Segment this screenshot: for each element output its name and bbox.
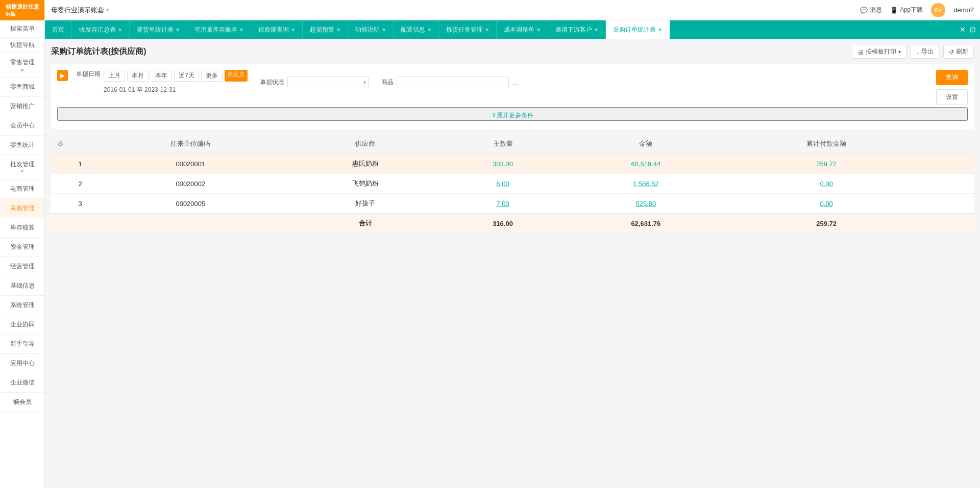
- tab-close-icon[interactable]: ✕: [485, 27, 489, 33]
- row-supplier: 飞鹤奶粉: [291, 174, 440, 194]
- date-btn-last-month[interactable]: 上月: [104, 70, 125, 82]
- settings-button[interactable]: 设置: [936, 89, 968, 105]
- row-qty[interactable]: 7.00: [440, 194, 565, 214]
- date-btn-this-month[interactable]: 本月: [127, 70, 149, 82]
- username-label[interactable]: demo2: [953, 6, 974, 14]
- sidebar-item-enterprise[interactable]: 企业协同: [0, 315, 44, 335]
- row-checkbox-cell: [51, 174, 70, 194]
- sidebar-item-member2[interactable]: 畅会员: [0, 393, 44, 412]
- tab-close-icon[interactable]: ✕: [658, 27, 662, 33]
- goods-more-icon[interactable]: …: [512, 79, 519, 86]
- row-paid[interactable]: 259.72: [726, 154, 927, 174]
- tab-overstock-alert[interactable]: 超储预警 ✕: [303, 20, 348, 39]
- status-select[interactable]: [287, 76, 369, 88]
- message-label: 消息: [870, 6, 882, 14]
- sidebar-search[interactable]: 搜索英单: [0, 20, 44, 38]
- filter-main: ▶ 单据日期 上月 本月 本年 近7天: [57, 70, 968, 105]
- message-button[interactable]: 💬 消息: [860, 6, 882, 14]
- status-label: 单据状态: [260, 78, 284, 87]
- tab-close-icon[interactable]: ✕: [176, 27, 180, 33]
- sidebar-item-ecommerce[interactable]: 电商管理: [0, 179, 44, 199]
- sidebar-item-weixin[interactable]: 企业微信: [0, 373, 44, 393]
- column-header-amount: 金额: [566, 134, 726, 154]
- sidebar-item-basic-info[interactable]: 基础信息: [0, 276, 44, 296]
- custom-date-badge[interactable]: 自定义: [225, 70, 248, 82]
- refresh-button[interactable]: ↺ 刷新: [943, 45, 974, 59]
- column-header-code: 往来单位编码: [90, 134, 291, 154]
- date-btn-this-year[interactable]: 本年: [151, 70, 172, 82]
- sidebar-item-guide[interactable]: 新手引导: [0, 335, 44, 354]
- filter-row1: 单据日期 上月 本月 本年 近7天 更多 自定义: [76, 70, 928, 94]
- sidebar-item-retail-mall[interactable]: 零售商城: [0, 78, 44, 97]
- tab-pick-task[interactable]: 拣货任务管理 ✕: [439, 20, 497, 39]
- tab-receive-summary[interactable]: 收发存汇总表 ✕: [72, 20, 130, 39]
- tab-close-icon[interactable]: ✕: [336, 27, 340, 33]
- app-download-button[interactable]: 📱 App下载: [890, 6, 923, 14]
- row-amount[interactable]: 525.80: [566, 194, 726, 214]
- data-table: ⚙ 往来单位编码 供应商 主数量 金额 累计付款金额 1: [51, 134, 974, 233]
- column-header-settings: ⚙: [51, 134, 70, 154]
- tab-requisition-stats[interactable]: 要货单统计表 ✕: [130, 20, 187, 39]
- tab-close-icon[interactable]: ✕: [594, 27, 598, 33]
- tab-invite-downstream[interactable]: 邀请下游客户 ✕: [548, 20, 606, 39]
- sidebar-item-finance[interactable]: 资金管理: [0, 238, 44, 257]
- page-actions: 🖨 按模板打印 ▾ ↓ 导出 ↺ 刷新: [852, 45, 974, 59]
- main-area: 母婴行业演示账套 ▾ 💬 消息 📱 App下载 Ea demo2 首页 收发存汇…: [45, 0, 980, 488]
- tab-function-desc[interactable]: 功能说明 ✕: [348, 20, 394, 39]
- tab-inventory-book[interactable]: 可用量库存账本 ✕: [187, 20, 251, 39]
- query-button[interactable]: 查询: [936, 70, 968, 85]
- tab-close-icon[interactable]: ✕: [291, 27, 295, 33]
- tab-close-icon[interactable]: ✕: [239, 27, 243, 33]
- footer-amount: 62,631.76: [566, 214, 726, 234]
- row-supplier: 惠氏奶粉: [291, 154, 440, 174]
- tab-close-icon[interactable]: ✕: [118, 27, 122, 33]
- filter-controls: 单据日期 上月 本月 本年 近7天 更多 自定义: [76, 70, 928, 94]
- tab-close-icon[interactable]: ✕: [382, 27, 386, 33]
- date-label: 单据日期: [76, 70, 101, 79]
- row-qty[interactable]: 303.00: [440, 154, 565, 174]
- tab-close-icon[interactable]: ✕: [427, 27, 431, 33]
- account-dropdown[interactable]: 母婴行业演示账套 ▾: [51, 6, 109, 15]
- phone-icon: 📱: [890, 7, 898, 14]
- sidebar-item-purchase[interactable]: 采购管理: [0, 199, 44, 218]
- tab-bar: 首页 收发存汇总表 ✕ 要货单统计表 ✕ 可用量库存账本 ✕ 保质期查询 ✕ 超…: [45, 20, 980, 39]
- filter-toggle-button[interactable]: ▶: [57, 70, 68, 81]
- expand-arrow-icon: ⊽: [492, 113, 496, 118]
- tab-expiry-query[interactable]: 保质期查询 ✕: [251, 20, 303, 39]
- column-header-extra: [927, 134, 974, 154]
- expand-filters-button[interactable]: ⊽ 展开更多条件: [57, 107, 968, 121]
- row-qty[interactable]: 6.00: [440, 174, 565, 194]
- goods-input[interactable]: [397, 76, 509, 88]
- sidebar-item-retail-stats[interactable]: 零售统计: [0, 136, 44, 155]
- tab-cost-adjust[interactable]: 成本调整单 ✕: [497, 20, 548, 39]
- tab-close-icon[interactable]: ✕: [536, 27, 541, 33]
- sidebar-item-system[interactable]: 系统管理: [0, 296, 44, 315]
- sidebar-item-member[interactable]: 会员中心: [0, 116, 44, 136]
- sidebar-item-app-center[interactable]: 应用中心: [0, 354, 44, 373]
- avatar[interactable]: Ea: [931, 3, 945, 17]
- row-amount[interactable]: 60,519.44: [566, 154, 726, 174]
- dropdown-arrow-icon: ▾: [106, 7, 109, 13]
- table-settings-icon[interactable]: ⚙: [57, 140, 64, 148]
- print-button[interactable]: 🖨 按模板打印 ▾: [852, 45, 906, 59]
- table-row: 2 00020002 飞鹤奶粉 6.00 1,586.52 0.00: [51, 174, 974, 194]
- table-row: 3 00020005 好孩子 7.00 525.80 0.00: [51, 194, 974, 214]
- row-paid[interactable]: 0.00: [726, 194, 927, 214]
- row-amount[interactable]: 1,586.52: [566, 174, 726, 194]
- sidebar-item-inventory[interactable]: 库存核算: [0, 218, 44, 238]
- tab-config-info[interactable]: 配置信息 ✕: [394, 20, 439, 39]
- sidebar-item-operations[interactable]: 经营管理: [0, 257, 44, 276]
- print-dropdown-icon: ▾: [898, 49, 901, 55]
- tab-purchase-order-stats[interactable]: 采购订单统计表 ✕: [606, 20, 670, 39]
- tab-home[interactable]: 首页: [45, 20, 72, 39]
- sidebar-item-wholesale[interactable]: 批发管理 ▼: [0, 155, 44, 179]
- row-paid[interactable]: 0.00: [726, 174, 927, 194]
- sidebar-item-retail-mgmt[interactable]: 零售管理 ▲: [0, 53, 44, 78]
- date-btn-7days[interactable]: 近7天: [174, 70, 199, 82]
- date-btn-more[interactable]: 更多: [201, 70, 223, 82]
- tab-close-all-icon[interactable]: ✕: [960, 25, 966, 34]
- tab-restore-icon[interactable]: ⊡: [970, 25, 976, 34]
- sidebar-item-marketing[interactable]: 营销推广: [0, 97, 44, 116]
- sidebar-quick-nav[interactable]: 快捷导航: [0, 38, 44, 53]
- export-button[interactable]: ↓ 导出: [911, 45, 939, 59]
